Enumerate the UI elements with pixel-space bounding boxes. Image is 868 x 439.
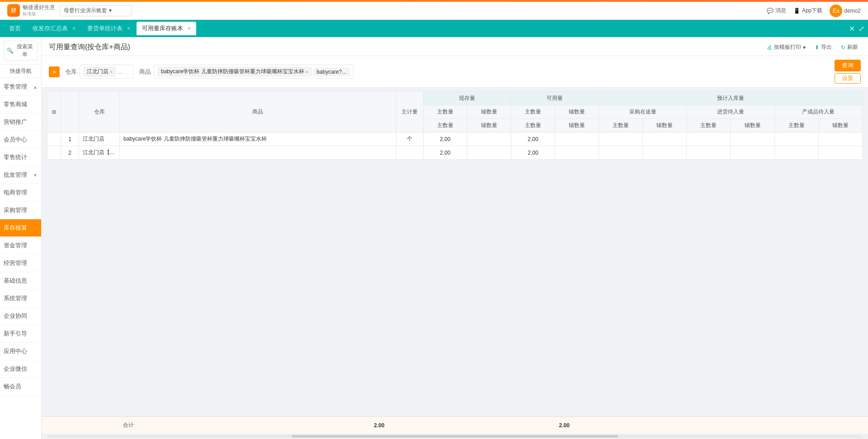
sidebar-item-wholesale[interactable]: 批发管理 ▼ [0, 166, 41, 184]
product-tag-1-text: babycare学饮杯 儿童防摔防撞吸管杯重力球吸嘴杯宝宝水杯 [161, 68, 304, 76]
app-download-btn[interactable]: 📱 App下载 [793, 7, 822, 14]
th-inv-aux-qty: 辅数量 [467, 119, 511, 132]
cell-gear [47, 146, 61, 160]
th-gear[interactable]: ⚙ [47, 92, 61, 132]
cell-no: 1 [61, 132, 79, 146]
th-no [61, 92, 79, 132]
tab-yaohuo-close[interactable]: × [127, 25, 130, 32]
warehouse-tag-remove[interactable]: × [110, 69, 113, 75]
export-label: 导出 [821, 43, 832, 51]
search-menu-label: 搜索菜单 [15, 43, 34, 58]
tab-shoufacun-close[interactable]: × [72, 25, 75, 32]
sidebar-item-retail-mgmt[interactable]: 零售管理 ▲ [0, 78, 41, 96]
tab-home[interactable]: 首页 [4, 22, 26, 35]
sidebar-item-inventory[interactable]: 库存核算 [0, 219, 41, 237]
th-production-sub: 产成品待入量 [774, 105, 862, 119]
sidebar-item-vip-label: 畅会员 [4, 382, 21, 391]
refresh-btn[interactable]: ↻ 刷新 [838, 42, 861, 52]
sidebar-item-retail-mall-label: 零售商城 [4, 100, 27, 109]
warehouse-filter-input[interactable]: 江北门店 × ... [80, 65, 134, 79]
cell-unit [396, 146, 423, 160]
sidebar-item-wecom-label: 企业微信 [4, 365, 27, 373]
main-layout: 🔍 搜索菜单 快捷导航 零售管理 ▲ 零售商城 营销推广 会员中心 零售统计 批… [0, 37, 868, 439]
horizontal-scrollbar[interactable] [42, 434, 868, 439]
cell-prod-aux [818, 146, 862, 160]
query-button[interactable]: 查询 [835, 60, 861, 71]
top-bar-left: 好 畅捷通好生意 标准版 母婴行业演示账套 ▾ [7, 4, 132, 17]
print-arrow: ▾ [803, 44, 806, 51]
message-label: 消息 [775, 7, 786, 14]
tab-keyongliang[interactable]: 可用量库存账本 × [137, 22, 196, 35]
sidebar-item-wecom[interactable]: 企业微信 [0, 360, 41, 378]
nav-right-actions: ✕ ⤢ [849, 24, 864, 33]
sidebar-item-newbie-label: 新手引导 [4, 330, 27, 338]
sidebar-item-ecommerce[interactable]: 电商管理 [0, 184, 41, 202]
print-btn[interactable]: 🖨 按模板打印 ▾ [764, 42, 808, 52]
refresh-label: 刷新 [847, 43, 858, 51]
sidebar-item-retail-mgmt-label: 零售管理 [4, 83, 27, 91]
page-header: 可用量查询(按仓库+商品) 🖨 按模板打印 ▾ ⬆ 导出 ↻ 刷新 [42, 37, 868, 56]
sidebar-item-member[interactable]: 会员中心 [0, 131, 41, 149]
avatar-text: Ea [833, 8, 840, 14]
cell-pur-main [599, 132, 643, 146]
tab-yaohuo[interactable]: 要货单统计表 × [82, 22, 136, 35]
product-filter-input[interactable]: babycare学饮杯 儿童防摔防撞吸管杯重力球吸嘴杯宝宝水杯 × babyca… [154, 65, 354, 79]
cell-product: babycare学饮杯 儿童防摔防撞吸管杯重力球吸嘴杯宝宝水杯 [120, 132, 396, 146]
cell-avail-aux [555, 132, 599, 146]
sidebar-item-retail-stats-label: 零售统计 [4, 153, 27, 161]
product-filter-group: 商品 babycare学饮杯 儿童防摔防撞吸管杯重力球吸嘴杯宝宝水杯 × bab… [139, 65, 354, 79]
sidebar-item-system[interactable]: 系统管理 [0, 290, 41, 307]
product-tag-2: babycare?... [313, 68, 349, 76]
footer-label: 合计 [119, 420, 275, 431]
sidebar-quick-nav[interactable]: 快捷导航 [0, 65, 41, 78]
cell-no: 2 [61, 146, 79, 160]
cell-pur-main [599, 146, 643, 160]
sidebar-item-marketing[interactable]: 营销推广 [0, 113, 41, 131]
footer-table: 合计 2.00 2.00 [47, 420, 863, 431]
nav-close-btn[interactable]: ✕ [849, 24, 855, 33]
expand-filter-btn[interactable]: » [49, 66, 60, 77]
industry-label: 母婴行业演示账套 [64, 7, 107, 14]
sidebar-item-vip[interactable]: 畅会员 [0, 378, 41, 396]
th-avail-aux-qty: 辅数量 [555, 119, 599, 132]
sidebar-item-operations[interactable]: 经营管理 [0, 255, 41, 272]
sidebar-search: 🔍 搜索菜单 [0, 37, 41, 65]
industry-selector[interactable]: 母婴行业演示账套 ▾ [60, 5, 132, 16]
tab-shoufacun[interactable]: 收发存汇总表 × [27, 22, 81, 35]
print-label: 按模板打印 [774, 43, 801, 51]
footer-avail-main: 2.00 [488, 420, 642, 431]
search-icon: 🔍 [7, 47, 14, 54]
sidebar-item-inventory-label: 库存核算 [4, 224, 27, 232]
cell-avail-aux [555, 146, 599, 160]
sidebar-item-operations-label: 经营管理 [4, 259, 27, 267]
avatar: Ea [830, 5, 842, 17]
sidebar-item-collab[interactable]: 企业协同 [0, 307, 41, 325]
data-table: ⚙ 仓库 商品 主计量 现存量 可用量 预计入库量 主数量 辅数量 主数量 辅数… [47, 91, 863, 160]
nav-expand-btn[interactable]: ⤢ [859, 24, 864, 33]
th-warehouse: 仓库 [79, 92, 120, 132]
sidebar-item-wholesale-label: 批发管理 [4, 171, 27, 179]
warehouse-filter-dots[interactable]: ... [118, 69, 122, 75]
sidebar-item-basic-info[interactable]: 基础信息 [0, 272, 41, 290]
sidebar-item-finance[interactable]: 资金管理 [0, 237, 41, 255]
sidebar-item-newbie[interactable]: 新手引导 [0, 325, 41, 343]
cell-inb-main [687, 132, 731, 146]
user-area[interactable]: Ea demo2 [830, 5, 861, 17]
tab-keyongliang-close[interactable]: × [188, 25, 191, 32]
search-menu-btn[interactable]: 🔍 搜索菜单 [4, 41, 38, 61]
sidebar-item-purchase[interactable]: 采购管理 [0, 202, 41, 219]
scrollbar-thumb[interactable] [292, 435, 618, 438]
settings-button[interactable]: 设置 [835, 73, 861, 84]
message-btn[interactable]: 💬 消息 [767, 7, 786, 14]
sidebar-item-appcenter[interactable]: 应用中心 [0, 343, 41, 360]
page-title: 可用量查询(按仓库+商品) [49, 42, 130, 52]
logo-text-block: 畅捷通好生意 标准版 [23, 4, 55, 17]
th-avail-main-qty: 主数量 [511, 119, 555, 132]
sidebar-item-retail-stats[interactable]: 零售统计 [0, 149, 41, 166]
product-tag-1-remove[interactable]: × [306, 69, 308, 75]
th-inb-main: 主数量 [687, 119, 731, 132]
export-btn[interactable]: ⬆ 导出 [812, 42, 835, 52]
cell-prod-main [774, 132, 818, 146]
th-prod-main: 主数量 [774, 119, 818, 132]
sidebar-item-retail-mall[interactable]: 零售商城 [0, 96, 41, 113]
